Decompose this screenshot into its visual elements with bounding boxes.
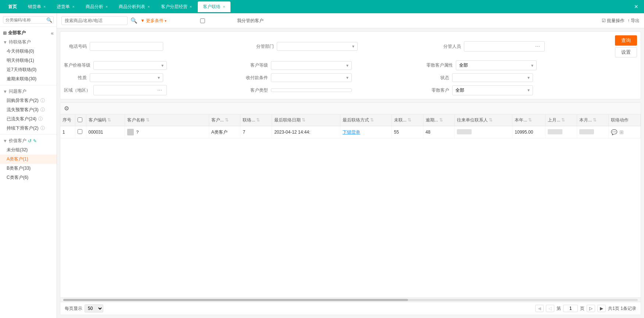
region-select[interactable]: ··· (93, 85, 167, 95)
sidebar-item-today-pending[interactable]: 今天待联络(0) (0, 47, 57, 56)
dept-select[interactable]: ▾ (277, 42, 358, 51)
phone-input[interactable] (90, 42, 163, 51)
filter-row-3: 性质 ▾ 收付款条件 ▾ 状态 (64, 73, 637, 82)
problem-group-header[interactable]: ▼ 问题客户 (0, 87, 57, 96)
sidebar-item-overdue-pending[interactable]: 逾期未联络(30) (0, 74, 57, 84)
sidebar-item-churn-warning[interactable]: 流失预警客户(3) ⓘ (0, 105, 57, 114)
sort-name-icon[interactable]: ⇅ (146, 117, 150, 123)
next-page-button[interactable]: ▷ (587, 305, 595, 312)
search-input[interactable] (61, 16, 128, 25)
query-button[interactable]: 查询 (615, 35, 637, 46)
sort-unit-icon[interactable]: ⇅ (489, 117, 493, 123)
nav-tab-customer-tier[interactable]: 客户分层经营 × (156, 1, 197, 12)
scrollbar-thumb[interactable] (63, 299, 408, 301)
sort-method-icon[interactable]: ⇅ (370, 117, 374, 123)
page-input[interactable] (563, 305, 578, 312)
filter-manager-field: 分管人员 ··· (438, 41, 611, 52)
nature-select[interactable]: ▾ (90, 73, 163, 82)
last-page-button[interactable]: ▶ (597, 305, 606, 312)
price-grade-select[interactable]: ▾ (93, 61, 167, 70)
cell-this-month (577, 126, 609, 138)
table-scroll-area[interactable]: 序号 客户编码⇅ 客户名称⇅ 客户...⇅ 联络...⇅ 最后联络日期⇅ 最后联… (60, 114, 641, 297)
settings-button[interactable]: 设置 (615, 47, 637, 57)
sidebar-item-class-c[interactable]: C类客户(6) (0, 173, 57, 182)
close-purchase-icon[interactable]: × (72, 4, 74, 9)
table-settings-icon[interactable]: ⚙ (64, 105, 69, 112)
sort-date-icon[interactable]: ⇅ (302, 117, 305, 123)
close-product-analysis-list-icon[interactable]: × (147, 4, 150, 9)
sidebar-search-icon[interactable]: 🔍 (46, 17, 52, 23)
nav-tab-purchase[interactable]: 进货单 × (51, 1, 79, 12)
sidebar-collapse-button[interactable]: « (51, 30, 54, 36)
nav-tab-home[interactable]: 首页 (3, 1, 22, 12)
region-label: 区域（地区） (64, 87, 93, 93)
first-page-button[interactable]: ◀ (535, 305, 544, 312)
sidebar-item-repurchase-abnormal[interactable]: 回购异常客户(2) ⓘ (0, 96, 57, 105)
sidebar-item-declining[interactable]: 持续下滑客户(2) ⓘ (0, 124, 57, 133)
refresh-icon[interactable]: ↺ (28, 138, 32, 144)
close-customer-tier-icon[interactable]: × (190, 4, 192, 9)
nav-tab-product-analysis[interactable]: 商品分析 × (80, 1, 113, 12)
nav-tab-customer-contact[interactable]: 客户联络 × (198, 1, 230, 12)
sidebar-item-class-b[interactable]: B类客户(33) (0, 164, 57, 173)
export-icon: ↑ (627, 18, 630, 23)
sort-lm-icon[interactable]: ⇅ (561, 117, 565, 123)
value-group-header[interactable]: ▼ 价值客户 ↺ ✎ (0, 136, 57, 145)
more-filter-button[interactable]: ▼ 更多条件 ▾ (140, 18, 167, 24)
sidebar-item-unclassified[interactable]: 未分组(32) (0, 145, 57, 155)
manager-select[interactable]: ··· (464, 41, 545, 52)
horizontal-scrollbar[interactable] (60, 297, 641, 302)
customer-avatar (127, 129, 134, 135)
scatter-attr-select[interactable]: 全部 ▾ (456, 60, 537, 70)
close-product-analysis-icon[interactable]: × (105, 4, 108, 9)
customer-type-select[interactable] (271, 88, 352, 92)
sidebar-item-class-a[interactable]: A类客户(1) (0, 155, 57, 164)
filter-dept-field: 分管部门 ▾ (251, 42, 423, 51)
close-customer-contact-icon[interactable]: × (223, 4, 225, 9)
my-customers-checkbox[interactable] (169, 18, 236, 23)
chat-action-icon[interactable]: 💬 (611, 129, 617, 135)
edit-icon[interactable]: ✎ (33, 138, 37, 144)
sort-year-icon[interactable]: ⇅ (528, 117, 532, 123)
sort-overdue-icon[interactable]: ⇅ (439, 117, 443, 123)
nature-label: 性质 (64, 75, 90, 81)
close-sales-icon[interactable]: × (43, 4, 46, 9)
sort-code-icon[interactable]: ⇅ (107, 117, 111, 123)
nav-tab-product-analysis-list[interactable]: 商品分析列表 × (114, 1, 155, 12)
search-icon[interactable]: 🔍 (130, 17, 137, 24)
sidebar-item-churned[interactable]: 已流失客户(24) ⓘ (0, 114, 57, 124)
cell-name: ？ (125, 126, 209, 138)
sidebar-item-tomorrow-pending[interactable]: 明天待联络(1) (0, 56, 57, 65)
last-method-link[interactable]: 下销货单 (343, 130, 360, 135)
row-checkbox[interactable] (78, 129, 82, 134)
main-layout: 🔍 ⊞ 全部客户 « ▼ 待联络客户 今天待联络(0) 明天待联络(1) 近7天… (0, 13, 644, 318)
prev-page-button[interactable]: ◁ (546, 305, 554, 312)
select-all-checkbox[interactable] (78, 117, 82, 122)
scatter-customer-select[interactable]: 全部 ▾ (452, 85, 533, 95)
my-customers-checkbox-label[interactable]: 我分管的客户 (169, 18, 264, 24)
region-dots-icon[interactable]: ··· (156, 87, 164, 93)
close-all-button[interactable]: × (631, 3, 641, 11)
unit-contact-placeholder (457, 129, 472, 134)
info-icon-declining: ⓘ (40, 126, 45, 131)
status-select[interactable]: ▾ (452, 73, 533, 82)
sort-contact-icon[interactable]: ⇅ (256, 117, 260, 123)
payment-select[interactable]: ▾ (271, 73, 352, 82)
payment-label: 收付款条件 (245, 75, 271, 81)
scatter-customer-label: 零散客户 (426, 87, 452, 93)
customer-grade-select[interactable]: ▾ (271, 61, 352, 70)
sort-nc-icon[interactable]: ⇅ (408, 117, 411, 123)
table-toolbar: ⚙ (60, 103, 641, 114)
export-button[interactable]: ↑ 导出 (627, 18, 640, 24)
grid-action-icon[interactable]: ⊞ (619, 129, 624, 135)
sidebar-item-week-pending[interactable]: 近7天待联络(0) (0, 65, 57, 74)
pending-group-header[interactable]: ▼ 待联络客户 (0, 38, 57, 47)
filter-icon: ▼ (140, 18, 145, 23)
nav-tab-sales[interactable]: 销货单 × (23, 1, 51, 12)
sort-ctype-icon[interactable]: ⇅ (225, 117, 229, 123)
sort-tm-icon[interactable]: ⇅ (593, 117, 597, 123)
page-size-select[interactable]: 50 10 20 100 (85, 304, 103, 312)
footer-right: ◀ ◁ 第 页 ▷ ▶ 共1页 1条记录 (535, 305, 636, 312)
batch-operation-button[interactable]: ☑ 批量操作 (602, 18, 625, 24)
manager-dots-icon[interactable]: ··· (534, 43, 541, 50)
